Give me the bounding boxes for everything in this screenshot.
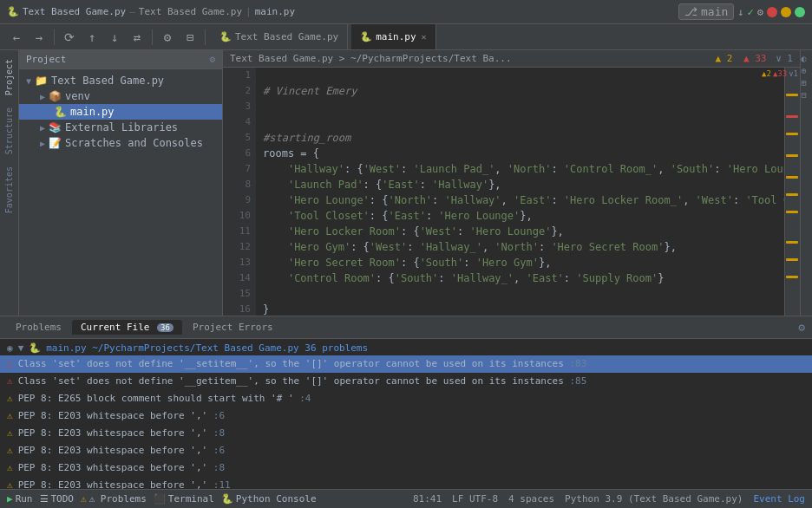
warn-icon-3: ⚠ <box>7 409 13 423</box>
file-problem-header[interactable]: ◉ ▼ 🐍 main.py ~/PycharmProjects/Text Bas… <box>0 341 812 355</box>
tab-active-title[interactable]: main.py <box>255 6 295 17</box>
tree-mainpy-label: main.py <box>70 106 115 118</box>
toolbar-compare-btn[interactable]: ⇄ <box>128 28 147 47</box>
prob4-text: PEP 8: E203 whitespace before ',' <box>18 427 208 439</box>
sync-icon[interactable]: ✓ <box>748 6 754 18</box>
editor-body: 1 2 3 4 5 6 7 8 9 10 11 12 13 14 15 16 1… <box>223 68 800 316</box>
code-line-8: 'Launch Pad': {'East': 'Hallway'}, <box>263 177 777 192</box>
far-left-panel: Project Structure Favorites <box>0 50 19 316</box>
problem-item-6[interactable]: ⚠ PEP 8: E203 whitespace before ',' :8 <box>0 459 812 477</box>
ln-5: 5 <box>223 130 251 146</box>
tree-root[interactable]: ▼ 📁 Text Based Game.py <box>19 73 222 88</box>
tree-venv[interactable]: ▶ 📦 venv <box>19 88 222 104</box>
structure-tab[interactable]: Structure <box>2 102 16 160</box>
yellow-circle[interactable] <box>781 7 791 17</box>
editor-header: Text Based Game.py > ~/PycharmProjects/T… <box>223 50 800 68</box>
code-line-3 <box>263 99 777 114</box>
tab-close-icon[interactable]: ✕ <box>422 32 427 42</box>
file-header-text: main.py ~/PycharmProjects/Text Based Gam… <box>46 342 368 354</box>
problem-text-7: PEP 8: E203 whitespace before ',' :11 <box>18 479 805 489</box>
problem-item-2[interactable]: ⚠ PEP 8: E265 block comment should start… <box>0 390 812 407</box>
prob6-text: PEP 8: E203 whitespace before ',' <box>18 462 208 473</box>
sidebar-icon-1[interactable]: ◐ <box>802 54 812 64</box>
warning-count-header: ▲ 2 ▲ 33 ∨ 1 <box>716 53 794 64</box>
ln-11: 11 <box>223 224 251 239</box>
problem-item-4[interactable]: ⚠ PEP 8: E203 whitespace before ',' :8 <box>0 425 812 442</box>
toolbar-settings-btn[interactable]: ⚙ <box>158 28 177 47</box>
python-console-button[interactable]: 🐍 Python Console <box>221 493 317 505</box>
prob0-text: Class 'set' does not define '__setitem__… <box>18 358 564 369</box>
toolbar-up-btn[interactable]: ↑ <box>82 28 102 47</box>
todo-label: TODO <box>51 493 75 505</box>
code-line-10: 'Tool Closet': {'East': 'Hero Lounge'}, <box>263 208 777 224</box>
ln-4: 4 <box>223 114 251 130</box>
gutter-warn-mark-4 <box>786 154 798 157</box>
app-title: Text Based Game.py <box>23 6 126 17</box>
update-icon[interactable]: ↓ <box>737 6 743 18</box>
project-header-actions: ⚙ <box>209 54 215 65</box>
toolbar-forward-btn[interactable]: → <box>29 28 49 47</box>
tree-scratches[interactable]: ▶ 📝 Scratches and Consoles <box>19 135 222 151</box>
gutter-warn-mark-8 <box>786 241 798 244</box>
gutter-err: ▲33 <box>773 69 787 78</box>
title-sep2: | <box>246 6 252 17</box>
prob5-loc: :6 <box>213 445 225 456</box>
problem-item-7[interactable]: ⚠ PEP 8: E203 whitespace before ',' :11 <box>0 477 812 489</box>
sidebar-icon-3[interactable]: ⊞ <box>802 78 812 88</box>
play-icon: ▶ <box>7 493 13 505</box>
gutter-warn-mark-3 <box>786 133 798 135</box>
problem-item-3[interactable]: ⚠ PEP 8: E203 whitespace before ',' :6 <box>0 407 812 425</box>
tree-external-libs[interactable]: ▶ 📚 External Libraries <box>19 120 222 135</box>
code-line-1 <box>263 68 777 83</box>
settings-icon[interactable]: ⚙ <box>798 321 805 334</box>
project-tree: Project ⚙ ▼ 📁 Text Based Game.py ▶ 📦 ven… <box>19 50 223 316</box>
green-circle[interactable] <box>795 7 805 17</box>
tab-problems[interactable]: Problems <box>7 320 70 335</box>
code-line-6: rooms = { <box>263 146 777 161</box>
red-circle[interactable] <box>767 7 777 17</box>
code-editor[interactable]: # Vincent Emery #starting_room rooms = {… <box>256 68 784 316</box>
tab-project-errors[interactable]: Project Errors <box>184 320 282 335</box>
status-icons: ↓ ✓ ⚙ <box>737 6 805 18</box>
problem-item-1[interactable]: ⚠ Class 'set' does not define '__getitem… <box>0 373 812 390</box>
todo-button[interactable]: ☰ TODO <box>40 493 75 505</box>
tab-text-based[interactable]: 🐍 Text Based Game.py <box>211 24 348 49</box>
terminal-button[interactable]: ⬛ Terminal <box>154 493 214 505</box>
tab-inactive[interactable]: Text Based Game.py <box>139 6 242 17</box>
toolbar-back-btn[interactable]: ← <box>7 28 26 47</box>
project-tab[interactable]: Project <box>2 54 16 101</box>
problem-item-0[interactable]: ⚠ Class 'set' does not define '__setitem… <box>0 355 812 373</box>
favorites-tab[interactable]: Favorites <box>2 161 16 218</box>
toolbar-refresh-btn[interactable]: ⟳ <box>60 28 79 47</box>
toolbar-sep2 <box>152 29 153 45</box>
problem-item-5[interactable]: ⚠ PEP 8: E203 whitespace before ',' :6 <box>0 442 812 459</box>
run-button[interactable]: ▶ Run <box>7 493 33 505</box>
sidebar-icon-2[interactable]: ⊕ <box>802 66 812 76</box>
project-label: Project <box>26 54 66 65</box>
warn-icon-5: ⚠ <box>7 444 13 458</box>
code-line-11: 'Hero Locker Room': {'West': 'Hero Loung… <box>263 224 777 239</box>
toolbar-minus-btn[interactable]: ⊟ <box>180 28 200 47</box>
sidebar-icon-4[interactable]: ⊟ <box>802 90 812 101</box>
tab2-label: main.py <box>376 31 416 42</box>
toolbar-down-btn[interactable]: ↓ <box>105 28 124 47</box>
run-status-icon[interactable]: ⚙ <box>757 6 763 18</box>
venv-icon: 📦 <box>49 90 62 102</box>
code-line-9: 'Hero Lounge': {'North': 'Hallway', 'Eas… <box>263 192 777 208</box>
run-label: Run <box>16 493 33 505</box>
tree-venv-label: venv <box>65 90 90 102</box>
code-line-12: 'Hero Gym': {'West': 'Hallway_', 'North'… <box>263 239 777 255</box>
title-bar-left: 🐍 Text Based Game.py — Text Based Game.p… <box>0 6 302 17</box>
problems-button[interactable]: ⚠ ⚠ Problems <box>81 493 147 505</box>
gutter-warn-mark-10 <box>786 276 798 278</box>
event-log-link[interactable]: Event Log <box>753 493 805 505</box>
tree-scratches-label: Scratches and Consoles <box>65 137 203 149</box>
tab-main[interactable]: 🐍 main.py ✕ <box>351 24 435 49</box>
code-line-2: # Vincent Emery <box>263 83 777 99</box>
tab-current-file[interactable]: Current File 36 <box>72 320 182 335</box>
tree-main-py[interactable]: 🐍 main.py <box>19 104 222 120</box>
problems-icon: ⚠ <box>81 493 87 505</box>
prob7-loc: :11 <box>213 479 231 489</box>
terminal-label: Terminal <box>168 493 214 505</box>
branch-button[interactable]: ⎇ main <box>678 3 734 20</box>
